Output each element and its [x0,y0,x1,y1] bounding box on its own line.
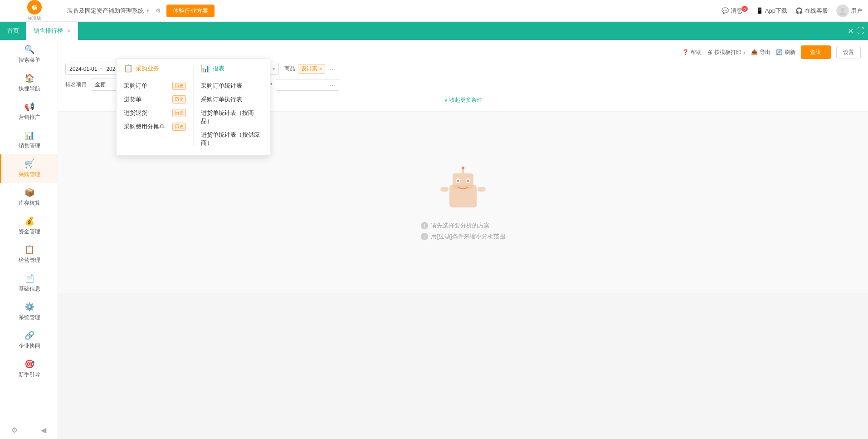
inventory-icon: 📦 [24,187,34,197]
settings-button[interactable]: 设置 [836,46,861,59]
dropdown-item-receive-by-supplier[interactable]: 进货单统计表（按供应商） [201,128,263,150]
dropdown-left-title: 📋 采购业务 [124,64,186,74]
home-tab-label: 首页 [7,27,19,35]
svg-rect-11 [478,187,486,192]
refresh-button[interactable]: 🔄 刷新 [776,49,795,56]
sidebar-item-purchase[interactable]: 🛒 采购管理 [0,154,58,183]
experience-button[interactable]: 体验行业方案 [166,5,215,17]
date-start: 2024-01-01 [69,66,97,72]
purchase-business-title-text: 采购业务 [136,64,159,73]
svg-point-13 [462,167,464,169]
sidebar-item-system[interactable]: ⚙️ 系统管理 [0,297,58,326]
svg-rect-10 [440,187,449,192]
step-1-num: 1 [421,222,428,229]
online-service-item[interactable]: 🎧 在线客服 [795,7,828,15]
sidebar-label-finance: 资金管理 [19,228,40,236]
tab-sales-ranking[interactable]: 销售排行榜 × [26,22,78,40]
svg-point-8 [457,180,459,182]
enterprise-icon: 🔗 [24,330,34,340]
tab-home[interactable]: 首页 [0,22,26,40]
sidebar-settings-icon[interactable]: ⚙ [11,426,18,434]
sidebar-label-quick-nav: 快捷导航 [19,85,40,93]
help-label: 帮助 [691,49,702,56]
rank-label: 排名项目 [65,81,87,89]
sidebar-collapse-icon[interactable]: ◀ [41,426,46,434]
dropdown-item-purchase-receive[interactable]: 进货单 历史 [124,93,186,106]
sidebar-item-basic-info[interactable]: 📄 基础信息 [0,269,58,297]
sidebar-item-sales[interactable]: 📊 销售管理 [0,126,58,154]
dropdown-item-receive-by-goods[interactable]: 进货单统计表（按商品） [201,106,263,128]
dropdown-col-reports: 📊 报表 采购订单统计表 采购订单执行表 进货单统计表（按商品） 进货单统计表（… [194,64,270,150]
help-button[interactable]: ❓ 帮助 [682,49,702,56]
dropdown-item-purchase-order[interactable]: 采购订单 历史 [124,79,186,93]
app-download-item[interactable]: 📱 App下载 [756,7,787,15]
finance-icon: 💰 [24,216,34,226]
system-dropdown-arrow[interactable]: ▾ [146,8,149,14]
query-button[interactable]: 查询 [801,45,831,59]
collapse-button[interactable]: ∧ 收起更多条件 [444,94,482,106]
sidebar-item-enterprise[interactable]: 🔗 企业协同 [0,326,58,355]
active-tab-label: 销售排行榜 [34,27,63,35]
sidebar-label-operations: 经营管理 [19,256,40,264]
close-window-icon[interactable]: ✕ [848,27,853,35]
sidebar-item-operations[interactable]: 📋 经营管理 [0,240,58,269]
sidebar-item-search[interactable]: 🔍 搜索菜单 [0,40,58,69]
dropdown-item-order-execution[interactable]: 采购订单执行表 [201,93,263,106]
order-stats-label: 采购订单统计表 [201,82,242,90]
svg-point-2 [841,8,844,11]
user-label: 用户 [851,7,863,15]
sidebar-item-inventory[interactable]: 📦 库存核算 [0,183,58,212]
user-item[interactable]: 用户 [836,5,863,17]
step-2-text: 用[过滤]条件来缩小分析范围 [431,232,505,241]
sidebar-item-finance[interactable]: 💰 资金管理 [0,212,58,240]
svg-rect-5 [453,173,473,189]
export-label: 导出 [760,49,770,56]
dropdown-item-purchase-return[interactable]: 进货退货 历史 [124,106,186,120]
sidebar-item-beginner[interactable]: 🎯 新手引导 [0,355,58,383]
step-2-num: 2 [421,233,428,240]
print-icon: 🖨 [707,49,712,55]
dropdown-item-order-stats[interactable]: 采购订单统计表 [201,79,263,93]
content-area: ❓ 帮助 🖨 按模板打印 ▾ 📤 导出 🔄 刷新 查询 设置 [58,40,868,439]
print-dropdown-arrow[interactable]: ▾ [743,50,746,55]
toolbar-row: ❓ 帮助 🖨 按模板打印 ▾ 📤 导出 🔄 刷新 查询 设置 [65,45,861,59]
document-status-arrow: ▾ [273,66,275,71]
online-service-label: 在线客服 [805,7,828,15]
notification-item[interactable]: 💬 消息 5 [722,7,748,15]
receive-by-supplier-label: 进货单统计表（按供应商） [201,131,263,147]
system-title-text: 装备及固定资产辅助管理系统 [67,7,144,15]
main-layout: 🔍 搜索菜单 🏠 快捷导航 📢 营销推广 📊 销售管理 🛒 采购管理 📦 库存核… [0,40,868,439]
purchase-expense-label: 采购费用分摊单 [124,123,165,131]
purchase-return-label: 进货退货 [124,109,147,117]
help-icon: ❓ [682,49,689,55]
tabbar-right-controls: ✕ ⛶ [848,27,868,35]
print-button[interactable]: 🖨 按模板打印 ▾ [707,49,746,56]
headset-icon: 🎧 [795,7,803,14]
sidebar-item-quick-nav[interactable]: 🏠 快捷导航 [0,69,58,97]
sidebar-item-marketing[interactable]: 📢 营销推广 [0,97,58,126]
notification-badge: 5 [741,6,748,12]
tab-close-icon[interactable]: × [68,28,71,34]
logo-icon: 畅 [27,0,42,15]
customer-input[interactable]: ··· [276,79,339,91]
goods-filter-more[interactable]: ··· [328,65,333,73]
svg-point-3 [839,12,846,15]
goods-tag-close[interactable]: × [319,66,322,72]
receive-by-goods-label: 进货单统计表（按商品） [201,109,263,125]
refresh-label: 刷新 [785,49,795,56]
goods-tag-text: 设计素 [301,65,317,73]
gear-icon[interactable]: ⚙ [156,7,161,14]
sidebar-label-marketing: 营销推广 [19,113,40,121]
empty-illustration [438,164,488,214]
dropdown-item-purchase-expense[interactable]: 采购费用分摊单 历史 [124,120,186,133]
export-button[interactable]: 📤 导出 [751,49,770,56]
print-label: 按模板打印 [714,49,741,56]
maximize-window-icon[interactable]: ⛶ [857,27,864,35]
refresh-icon: 🔄 [776,49,783,55]
sidebar-label-sales: 销售管理 [19,142,40,150]
sidebar-bottom: ⚙ ◀ [0,421,58,439]
sidebar-label-search: 搜索菜单 [19,56,40,64]
sidebar-label-enterprise: 企业协同 [19,342,40,350]
sales-icon: 📊 [24,130,34,140]
order-execution-label: 采购订单执行表 [201,95,242,104]
